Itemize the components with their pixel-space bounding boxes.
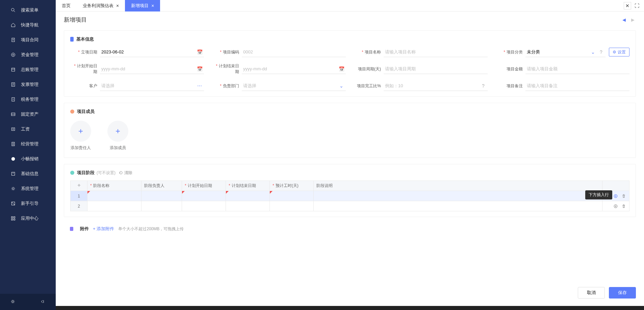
clear-button[interactable]: 清除 xyxy=(119,170,132,176)
sidebar-item-ledger[interactable]: 总账管理 xyxy=(0,62,56,77)
field-plan-end: 计划结束日期 📅 xyxy=(212,63,346,75)
dept-select[interactable] xyxy=(242,81,346,91)
section-title-phase: 项目阶段 (可不设置) 清除 xyxy=(70,170,629,176)
progress-input[interactable] xyxy=(384,81,488,91)
close-icon[interactable]: × xyxy=(151,3,154,8)
cell-end[interactable] xyxy=(226,191,270,201)
reimburse-icon xyxy=(10,156,16,162)
delete-row-icon[interactable] xyxy=(621,193,626,199)
col-settings[interactable] xyxy=(71,181,87,191)
svg-point-0 xyxy=(11,8,14,11)
sidebar-item-asset[interactable]: 固定资产 xyxy=(0,107,56,122)
sidebar-item-label: 经营管理 xyxy=(21,141,38,147)
name-input[interactable] xyxy=(384,47,488,57)
svg-rect-26 xyxy=(14,219,15,220)
cell-start[interactable] xyxy=(182,201,226,211)
field-period: 项目周期(天) xyxy=(354,63,488,75)
help-icon[interactable]: ? xyxy=(598,49,604,55)
gear-icon[interactable] xyxy=(10,299,16,305)
settings-button[interactable]: ⚙设置 xyxy=(609,48,629,56)
cell-start[interactable] xyxy=(182,191,226,201)
create-date-input[interactable] xyxy=(100,47,204,57)
field-label: 项目金额 xyxy=(496,66,525,72)
calendar-icon[interactable]: 📅 xyxy=(197,66,203,72)
col-owner: 阶段负责人 xyxy=(141,181,182,191)
amount-input[interactable] xyxy=(525,64,629,74)
plan-end-input[interactable] xyxy=(242,64,346,74)
sidebar-item-system[interactable]: 系统管理 xyxy=(0,181,56,196)
sidebar-item-guide[interactable]: 新手引导 xyxy=(0,196,56,211)
prev-arrow-icon[interactable]: ◀ xyxy=(621,17,627,23)
add-member-button[interactable]: + 添加成员 xyxy=(107,121,128,151)
table-row[interactable]: 2 xyxy=(71,201,629,211)
add-owner-button[interactable]: + 添加责任人 xyxy=(70,121,91,151)
calendar-icon[interactable]: 📅 xyxy=(197,49,203,55)
tab-label: 新增项目 xyxy=(131,3,149,9)
sidebar-item-tax[interactable]: 税务管理 xyxy=(0,92,56,107)
save-button[interactable]: 保存 xyxy=(609,287,636,299)
tab-profit[interactable]: 业务利润预估表× xyxy=(77,0,125,11)
search-icon xyxy=(10,7,16,13)
tabs-close-button[interactable]: ✕ xyxy=(624,2,631,9)
sidebar-item-label: 快捷导航 xyxy=(21,22,38,28)
sidebar-item-baseinfo[interactable]: 基础信息 xyxy=(0,166,56,181)
svg-rect-25 xyxy=(11,219,13,220)
more-icon[interactable]: ⋯ xyxy=(197,83,203,89)
add-attachment-button[interactable]: + 添加附件 xyxy=(93,226,114,232)
chevron-down-icon[interactable]: ⌄ xyxy=(338,83,344,89)
col-desc: 阶段说明 xyxy=(314,181,602,191)
chevron-down-icon[interactable]: ⌄ xyxy=(590,49,596,55)
sidebar-item-funds[interactable]: 资金管理 xyxy=(0,47,56,62)
cell-name[interactable] xyxy=(87,191,141,201)
field-label: 负责部门 xyxy=(212,83,242,89)
section-icon xyxy=(70,171,74,175)
sidebar-item-search[interactable]: 搜索菜单 xyxy=(0,3,56,18)
delete-row-icon[interactable] xyxy=(621,204,626,209)
tab-home[interactable]: 首页 xyxy=(56,0,77,11)
cell-end[interactable] xyxy=(226,201,270,211)
sidebar-item-payroll[interactable]: 工资 xyxy=(0,122,56,137)
table-row[interactable]: 1 下方插入行 xyxy=(71,191,629,201)
insert-row-icon[interactable] xyxy=(613,193,618,199)
cell-hours[interactable] xyxy=(270,191,314,201)
close-icon[interactable]: × xyxy=(116,3,119,8)
clear-label: 清除 xyxy=(124,170,132,176)
tabs: 首页 业务利润预估表× 新增项目× ✕ ⛶ xyxy=(56,0,644,11)
field-label: 计划结束日期 xyxy=(212,63,242,75)
sidebar-item-quicknav[interactable]: 快捷导航 xyxy=(0,18,56,32)
svg-point-5 xyxy=(11,53,15,57)
help-icon[interactable]: ? xyxy=(480,83,486,89)
insert-row-icon[interactable] xyxy=(613,204,618,209)
sidebar-item-apps[interactable]: 应用中心 xyxy=(0,211,56,226)
remark-input[interactable] xyxy=(525,81,629,91)
cell-owner[interactable] xyxy=(141,201,182,211)
next-arrow-icon[interactable]: ▶ xyxy=(630,17,636,23)
cell-desc[interactable] xyxy=(314,201,602,211)
tab-label: 首页 xyxy=(62,3,71,9)
payroll-icon xyxy=(10,126,16,132)
cell-hours[interactable] xyxy=(270,201,314,211)
sidebar-item-invoice[interactable]: 发票管理 xyxy=(0,77,56,92)
calendar-icon[interactable]: 📅 xyxy=(338,66,344,72)
col-ops xyxy=(602,181,629,191)
collapse-icon[interactable] xyxy=(40,299,46,305)
code-input[interactable] xyxy=(242,47,346,57)
sidebar-item-label: 系统管理 xyxy=(21,186,38,192)
sidebar-item-contract[interactable]: 项目合同 xyxy=(0,32,56,47)
plan-start-input[interactable] xyxy=(100,64,204,74)
member-label: 添加成员 xyxy=(110,145,126,151)
section-members: 项目成员 + 添加责任人 + 添加成员 xyxy=(64,103,636,158)
cell-name[interactable] xyxy=(87,201,141,211)
tabs-expand-button[interactable]: ⛶ xyxy=(633,2,641,9)
cancel-button[interactable]: 取消 xyxy=(578,287,605,299)
sidebar-item-reimburse[interactable]: 小畅报销 xyxy=(0,151,56,166)
cell-owner[interactable] xyxy=(141,191,182,201)
tab-newproject[interactable]: 新增项目× xyxy=(125,0,160,11)
field-amount: 项目金额 xyxy=(496,63,629,75)
svg-rect-24 xyxy=(14,217,15,218)
sidebar-item-business[interactable]: 经营管理 xyxy=(0,137,56,151)
customer-select[interactable] xyxy=(100,81,204,91)
sidebar-item-label: 税务管理 xyxy=(21,96,38,102)
period-input[interactable] xyxy=(384,64,488,74)
cell-desc[interactable] xyxy=(314,191,602,201)
